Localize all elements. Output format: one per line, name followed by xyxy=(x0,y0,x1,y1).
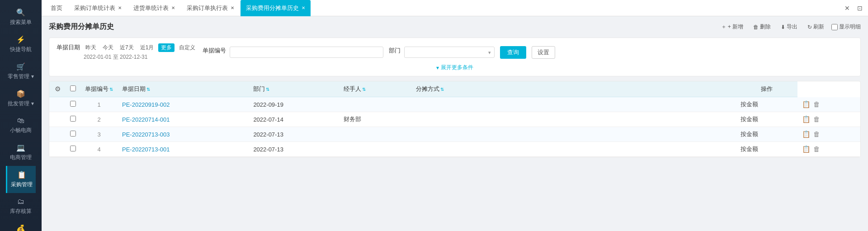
tab-close-goods-in-stat[interactable]: ✕ xyxy=(171,5,175,10)
sidebar-item-retail-mgmt[interactable]: 🛒零售管理 ▾ xyxy=(6,58,35,85)
toolbar: ＋ + 新增 🗑 删除 ⬇ 导出 ↻ 刷新 显示明细 xyxy=(718,22,861,32)
row-settings-1 xyxy=(49,112,66,127)
tab-purchase-order-stat[interactable]: 采购订单统计表✕ xyxy=(69,0,127,16)
sidebar-item-label: 电商管理 xyxy=(10,154,32,161)
maximize-window-button[interactable]: ⊡ xyxy=(855,4,864,13)
yesterday-shortcut[interactable]: 昨天 xyxy=(84,43,98,52)
retail-mgmt-icon: 🛒 xyxy=(16,62,25,71)
doc-no-label: 单据编号 xyxy=(203,47,226,55)
tab-label-goods-in-stat: 进货单统计表 xyxy=(133,4,169,12)
tab-home[interactable]: 首页 xyxy=(45,0,68,16)
tab-close-purchase-order-stat[interactable]: ✕ xyxy=(118,5,122,10)
sidebar-item-label: 快捷导航 xyxy=(10,46,32,53)
table-row: 3 PE-20220713-003 2022-07-13 按金额 📋 🗑 xyxy=(49,127,860,142)
row-num-0: 1 xyxy=(80,97,118,112)
tab-goods-in-stat[interactable]: 进货单统计表✕ xyxy=(128,0,180,16)
doc-no-filter-group: 单据编号 xyxy=(203,47,383,58)
sidebar-item-label: 库存核算 xyxy=(10,207,32,215)
date-filter-group: 单据日期 昨天 今天 近7天 近1月 更多 自定义 2022-01-01 至 2… xyxy=(57,43,197,61)
row-actions-0: 📋 🗑 xyxy=(797,97,860,112)
settings-icon[interactable]: ⚙ xyxy=(55,85,61,93)
row-check-3[interactable] xyxy=(70,146,76,151)
more-shortcut[interactable]: 更多 xyxy=(158,43,175,52)
sort-icon-doc-no[interactable]: ⇅ xyxy=(109,87,113,92)
row-doc-no-1: PE-20220714-001 xyxy=(118,112,249,127)
sidebar-item-capital-mgmt[interactable]: 💰资金管理 xyxy=(6,220,35,231)
col-settings-header[interactable]: ⚙ xyxy=(49,81,66,97)
row-actions-1: 📋 🗑 xyxy=(797,112,860,127)
tab-close-purchase-order-exec[interactable]: ✕ xyxy=(231,5,234,10)
row-doc-date-3: 2022-07-13 xyxy=(249,142,339,157)
show-col-checkbox[interactable] xyxy=(831,24,838,30)
row-delete-icon-3[interactable]: 🗑 xyxy=(813,145,820,153)
query-button[interactable]: 查询 xyxy=(500,46,526,59)
row-delete-icon-2[interactable]: 🗑 xyxy=(813,130,820,138)
row-edit-icon-0[interactable]: 📋 xyxy=(802,100,811,108)
row-handler-0 xyxy=(411,97,736,112)
delete-button[interactable]: 🗑 删除 xyxy=(750,22,774,32)
row-check-0[interactable] xyxy=(70,101,76,107)
sort-icon-handler[interactable]: ⇅ xyxy=(362,87,366,92)
search-menu-icon: 🔍 xyxy=(16,8,25,17)
sidebar-item-small-ecom[interactable]: 🛍小畅电商 xyxy=(6,112,35,139)
col-doc-date-header: 单据日期⇅ xyxy=(118,81,249,97)
export-button[interactable]: ⬇ 导出 xyxy=(778,22,800,32)
doc-no-link-0[interactable]: PE-20220919-002 xyxy=(122,101,170,108)
table-header-row: ⚙ 单据编号⇅ 单据日期⇅ 部门⇅ 经手人⇅ 分摊方式⇅ 操作 xyxy=(49,81,860,97)
doc-no-link-2[interactable]: PE-20220713-003 xyxy=(122,131,170,138)
row-check-2[interactable] xyxy=(70,131,76,137)
date-shortcut-group: 昨天 今天 近7天 近1月 更多 自定义 2022-01-01 至 2022-1… xyxy=(84,43,197,61)
filter-area: 单据日期 昨天 今天 近7天 近1月 更多 自定义 2022-01-01 至 2… xyxy=(49,38,861,76)
sidebar-item-inventory[interactable]: 🗂库存核算 xyxy=(6,193,35,220)
col-handler-header: 经手人⇅ xyxy=(339,81,411,97)
row-edit-icon-3[interactable]: 📋 xyxy=(802,145,811,153)
date-range-text: 2022-01-01 至 2022-12-31 xyxy=(84,53,197,61)
last1m-shortcut[interactable]: 近1月 xyxy=(138,43,156,52)
refresh-button[interactable]: ↻ 刷新 xyxy=(805,22,827,32)
dept-filter-group: 部门 xyxy=(389,47,495,58)
sort-icon-doc-date[interactable]: ⇅ xyxy=(146,87,150,92)
tabs-bar: 首页采购订单统计表✕进货单统计表✕采购订单执行表✕采购费用分摊单历史✕ ✕ ⊡ xyxy=(42,0,868,16)
row-delete-icon-0[interactable]: 🗑 xyxy=(813,100,820,108)
page-header: 采购费用分摊单历史 ＋ + 新增 🗑 删除 ⬇ 导出 ↻ 刷新 xyxy=(49,22,861,32)
tab-label-purchase-cost-split: 采购费用分摊单历史 xyxy=(246,4,299,12)
row-dept-1: 财务部 xyxy=(339,112,411,127)
sidebar-item-search-menu[interactable]: 🔍搜索菜单 xyxy=(6,4,35,31)
setting-button[interactable]: 设置 xyxy=(532,46,555,59)
close-window-button[interactable]: ✕ xyxy=(843,4,852,13)
today-shortcut[interactable]: 今天 xyxy=(101,43,115,52)
custom-shortcut[interactable]: 自定义 xyxy=(177,43,197,52)
expand-conditions-button[interactable]: ▾ 展开更多条件 xyxy=(436,64,473,71)
sort-icon-split-method[interactable]: ⇅ xyxy=(440,87,444,92)
doc-no-input[interactable] xyxy=(230,47,383,58)
table-row: 4 PE-20220713-001 2022-07-13 按金额 📋 🗑 xyxy=(49,142,860,157)
row-actions-3: 📋 🗑 xyxy=(797,142,860,157)
sidebar-item-quick-nav[interactable]: ⚡快捷导航 xyxy=(6,31,35,58)
row-doc-date-0: 2022-09-19 xyxy=(249,97,339,112)
row-delete-icon-1[interactable]: 🗑 xyxy=(813,115,820,123)
dept-select[interactable] xyxy=(404,47,495,58)
sidebar-item-ecom-mgmt[interactable]: 💻电商管理 xyxy=(6,139,35,166)
export-icon: ⬇ xyxy=(781,24,785,30)
add-button[interactable]: ＋ + 新增 xyxy=(718,22,746,32)
tab-close-purchase-cost-split[interactable]: ✕ xyxy=(302,5,305,10)
capital-mgmt-icon: 💰 xyxy=(16,224,25,231)
sidebar-item-wholesale-mgmt[interactable]: 📦批发管理 ▾ xyxy=(6,85,35,112)
row-split-method-1: 按金额 xyxy=(736,112,797,127)
doc-no-link-3[interactable]: PE-20220713-001 xyxy=(122,146,170,153)
select-all-checkbox[interactable] xyxy=(70,85,76,91)
sidebar-item-purchase-mgmt[interactable]: 📋采购管理 xyxy=(6,166,35,193)
row-handler-1 xyxy=(411,112,736,127)
tab-purchase-order-exec[interactable]: 采购订单执行表✕ xyxy=(181,0,240,16)
sidebar-item-label: 小畅电商 xyxy=(10,127,32,134)
tab-purchase-cost-split[interactable]: 采购费用分摊单历史✕ xyxy=(241,0,311,16)
row-split-method-2: 按金额 xyxy=(736,127,797,142)
last7-shortcut[interactable]: 近7天 xyxy=(118,43,136,52)
sort-icon-dept[interactable]: ⇅ xyxy=(266,87,269,92)
row-check-1[interactable] xyxy=(70,116,76,122)
row-checkbox-0 xyxy=(66,97,80,112)
doc-no-link-1[interactable]: PE-20220714-001 xyxy=(122,116,170,123)
row-edit-icon-1[interactable]: 📋 xyxy=(802,115,811,123)
row-edit-icon-2[interactable]: 📋 xyxy=(802,130,811,138)
row-actions-2: 📋 🗑 xyxy=(797,127,860,142)
